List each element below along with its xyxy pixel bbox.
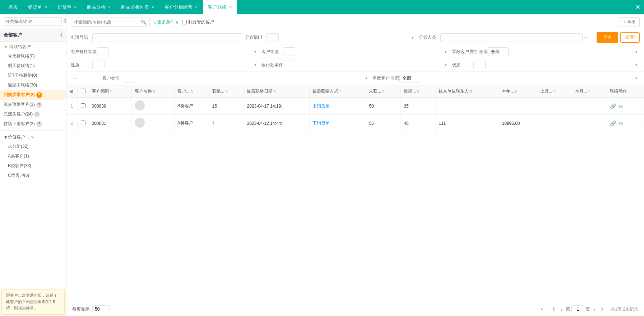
all-customers-label: 全部客户 [4,32,22,38]
sort-icon-type[interactable]: ⇅ [190,89,193,93]
last-method-link[interactable]: 下销货单 [312,121,330,126]
row-this-year [499,98,537,115]
filter-search-icon[interactable]: 🔍 [141,19,147,25]
filter-search-input[interactable] [74,20,141,25]
retail-attr-field: 零散客户属性 全部 全部 [452,47,640,56]
first-page-btn[interactable]: 《 [548,305,557,313]
sidebar-item-overdue[interactable]: 逾期未联络(30) [0,80,66,90]
sidebar-item-class-a[interactable]: A类客户(1) [0,151,66,161]
tab-close-customer-mgr[interactable]: ✕ [195,5,198,10]
sort-icon-last-date[interactable]: ⇅ [273,89,276,93]
sidebar-group-pending[interactable]: ▼ 待联络客户 [0,42,66,51]
person-input[interactable] [440,33,582,42]
phone-input[interactable] [92,33,242,42]
next-page-btn[interactable]: › [592,306,597,313]
table-row: 2 000031 A类客户 7 2023-04-12 14:44: 下销货单 5… [66,115,644,132]
customer-level-select[interactable] [283,47,295,56]
sort-icon-name[interactable]: ⇅ [153,89,156,93]
sidebar-item-ungroup[interactable]: 未分组(32) [0,142,66,151]
window-close-button[interactable]: ✕ [635,3,640,11]
nav-tab-sales[interactable]: 销货单✕ [23,0,52,14]
nav-tab-customer-contact[interactable]: 客户联络✕ [203,0,237,14]
tab-close-customer-contact[interactable]: ✕ [229,5,232,10]
sort-icon-this-month[interactable]: ⇅ [588,89,591,93]
export-button[interactable]: ↑ 导出 [620,17,640,27]
tab-close-analysis[interactable]: ✕ [108,5,111,10]
prev-page-btn[interactable]: ‹ [559,306,564,313]
retail-attr-select[interactable]: 全部 [488,47,509,56]
nav-tab-home[interactable]: 首页 [4,0,23,14]
sidebar-item-loss-warning[interactable]: 流失预警客户(3) ? [0,100,66,109]
my-customers-checkbox[interactable] [182,20,187,24]
my-customers-checkbox-label[interactable]: 我分管的客户 [182,19,214,25]
sidebar-search-area: 🔍 [0,14,66,29]
table-row: 1 000039 B类客户 15 2023-04-17 14:19: 下销货单 … [66,98,644,115]
sidebar-search-icon[interactable]: 🔍 [63,19,66,24]
loss-warning-badge: ? [36,102,42,108]
query-button[interactable]: 查询 [597,32,618,43]
sidebar-item-repurchase-abnormal[interactable]: 回购异常客户(2) ? [0,90,66,100]
sidebar-item-today[interactable]: 今天待联络(0) [0,51,66,61]
sidebar-item-lost-customers[interactable]: 已流失客户(24) ? [0,109,66,119]
row-uncontacted: 50 [366,98,401,115]
tab-close-purchase[interactable]: ✕ [74,5,77,10]
value-customers-edit-icon[interactable]: ○ ✎ [27,135,35,140]
set-button[interactable]: 设置 [620,32,640,43]
dept-select[interactable] [267,33,279,42]
sidebar-item-class-b[interactable]: B类客户(33) [0,161,66,171]
sort-icon-uncontacted[interactable]: ⇅ [382,89,385,93]
row-last-date: 2023-04-17 14:19: [244,98,310,115]
row-checkbox[interactable] [81,121,85,125]
last-method-link[interactable]: 下销货单 [312,103,330,108]
tab-label-customer-contact: 客户联络 [208,4,227,10]
collapse-icon[interactable]: 《 [58,32,62,38]
tab-close-sales[interactable]: ✕ [44,5,47,10]
tab-close-analysis-list[interactable]: ✕ [151,5,154,10]
retail-customer-select[interactable]: 全部 [399,74,420,82]
nav-tab-analysis[interactable]: 商品分析✕ [82,0,116,14]
sidebar-item-declining[interactable]: 持续下滑客户(2) ? [0,119,66,129]
sidebar-item-7days[interactable]: 近7天待联络(0) [0,71,66,80]
payment-select[interactable] [283,61,295,69]
settings-column-header[interactable]: ⚙ [66,85,77,98]
table-area: ⚙ 客户编码⇅ 客户名称⇅ 客户...⇅ 联络...⇅ 最后联络日期⇅ 最后联络… [66,85,644,302]
sort-icon-this-year[interactable]: ⇅ [515,89,518,93]
nav-tab-analysis-list[interactable]: 商品分析列表✕ [116,0,159,14]
col-unit-contact: 往来单位联系人⇅ [436,85,499,98]
main-layout: 🔍 全部客户 《 ▼ 待联络客户 今天待联络(0) 明天待联络(1) 近7天待联… [0,14,644,316]
sort-icon-last-method[interactable]: ⇅ [339,89,342,93]
status-select[interactable] [473,61,486,69]
sort-icon-unit-contact[interactable]: ⇅ [469,89,472,93]
person-dots-btn[interactable]: ··· [583,34,590,41]
col-overdue: 逾期...⇅ [401,85,436,98]
sort-icon-overdue[interactable]: ⇅ [417,89,420,93]
sidebar-item-class-c[interactable]: C类客户(6) [0,171,66,180]
sort-icon-last-month[interactable]: ⇅ [553,89,556,93]
sort-icon-contact[interactable]: ⇅ [225,89,228,93]
customer-type-select[interactable] [124,74,136,82]
action-link-icon[interactable]: 🔗 [610,121,616,126]
value-arrow-icon: ▼ [4,135,8,140]
tab-label-sales: 销货单 [28,4,42,10]
action-grid-icon[interactable]: ⊞ [619,103,623,109]
sidebar-item-tomorrow[interactable]: 明天待联络(1) [0,61,66,71]
sort-icon-code[interactable]: ⇅ [110,89,113,93]
per-page-select[interactable]: 50 100 [92,305,110,313]
page-navigation: 《 ‹ 第 页 › 》 [548,305,608,313]
price-level-select[interactable] [97,47,109,56]
page-input[interactable] [571,305,584,313]
pagination: 每页显示 50 100 《 ‹ 第 页 › 》 共1页 2条记录 [66,302,644,316]
select-all-checkbox[interactable] [81,89,85,93]
nav-tab-customer-mgr[interactable]: 客户分层经营✕ [159,0,203,14]
filter-more-btn[interactable]: ▽ 更多条件 ∧ [153,19,179,25]
action-link-icon[interactable]: 🔗 [610,103,616,109]
row4-dots-btn[interactable]: ··· [71,75,78,81]
nature-select[interactable] [92,61,105,69]
row-checkbox[interactable] [81,103,85,108]
last-page-btn[interactable]: 》 [599,305,608,313]
sidebar-group-value-customers[interactable]: ▼ 价值客户 ○ ✎ [0,132,66,142]
sidebar-search-input[interactable] [3,17,62,26]
nav-tab-purchase[interactable]: 进货单✕ [52,0,82,14]
action-grid-icon[interactable]: ⊞ [619,121,623,126]
dept-field: 分管部门 [245,33,416,42]
